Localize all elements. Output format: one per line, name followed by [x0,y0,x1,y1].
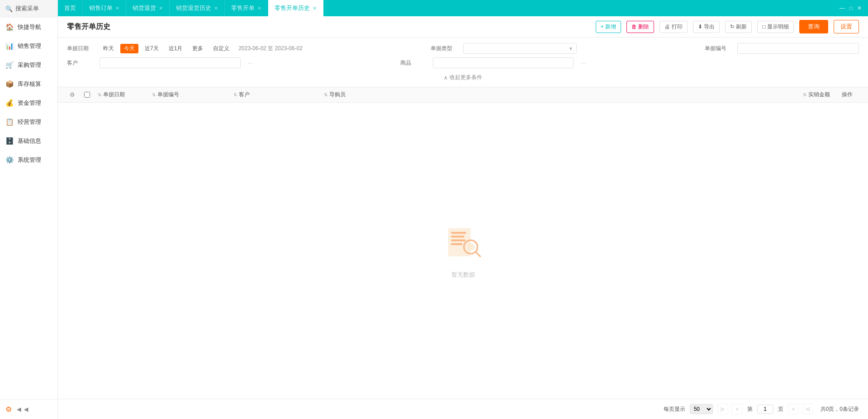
export-button[interactable]: ⬇ 导出 [693,21,720,33]
clipboard-icon: 📋 [5,118,14,126]
sort-icon-num: ⇅ [152,92,156,97]
window-controls: — □ ✕ [840,5,868,11]
customer-filter-label: 客户 [67,59,92,67]
svg-rect-3 [451,239,465,241]
close-tab-sales-return[interactable]: ✕ [159,5,163,11]
sidebar-item-label: 库存核算 [18,80,41,88]
tab-retail-open-history-label: 零售开单历史 [275,4,310,12]
tab-sales-return-history[interactable]: 销货退货历史 ✕ [170,0,225,16]
customer-input[interactable] [100,57,241,68]
restore-btn[interactable]: □ [849,5,853,11]
last-page-btn[interactable]: >| [802,404,813,414]
sidebar-item-base-info[interactable]: 🗄️ 基础信息 [0,132,57,151]
cart-icon: 🛒 [5,61,14,69]
col-customer[interactable]: ⇅ 客户 [230,91,320,99]
close-tab-retail-open[interactable]: ✕ [257,5,261,11]
empty-state: 暂无数据 [58,103,868,399]
display-detail-button[interactable]: □ 显示明细 [757,21,794,33]
collapse-more-btn[interactable]: ∧ 收起更多条件 [67,72,859,83]
sidebar-item-label: 资金管理 [18,99,41,107]
svg-line-7 [475,252,480,256]
date-opt-last7[interactable]: 近7天 [141,44,162,53]
goods-input[interactable] [433,57,574,68]
svg-rect-2 [451,235,464,237]
tab-sales-return[interactable]: 销货退货 ✕ [126,0,170,16]
date-opt-today[interactable]: 今天 [120,44,138,53]
goods-filter-label: 商品 [400,59,426,67]
sidebar-item-sales-mgmt[interactable]: 📊 销售管理 [0,37,57,56]
empty-text: 暂无数据 [451,271,475,279]
page-title: 零售开单历史 [67,22,590,32]
sort-icon-guide: ⇅ [324,92,327,97]
date-opt-last-month[interactable]: 近1月 [165,44,186,53]
bill-type-label: 单据类型 [431,45,456,52]
tab-sales-return-history-label: 销货退货历史 [176,4,211,12]
next-page-btn[interactable]: > [788,404,799,414]
page-word: 第 [747,405,753,413]
tab-home-label: 首页 [64,4,76,12]
delete-button[interactable]: 🗑 删除 [626,21,654,33]
minimize-btn[interactable]: — [840,5,845,11]
col-date-label: 单据日期 [103,91,125,99]
col-amount[interactable]: ⇅ 实销金额 [788,91,834,99]
settings-bottom-icon[interactable]: ⚙ [5,405,12,414]
col-guide[interactable]: ⇅ 导购员 [320,91,375,99]
close-btn[interactable]: ✕ [857,5,862,11]
page-label: 页 [778,405,783,413]
sidebar-item-inventory[interactable]: 📦 库存核算 [0,75,57,94]
customer-ellipsis[interactable]: ··· [248,59,253,66]
close-tab-sales-order[interactable]: ✕ [115,5,119,11]
sort-icon: ⇅ [98,92,101,97]
box-icon: 📦 [5,80,14,88]
sidebar-item-finance[interactable]: 💰 资金管理 [0,94,57,113]
sidebar-item-operations[interactable]: 📋 经营管理 [0,113,57,132]
bill-type-select-wrapper: ▼ [463,43,577,54]
tab-retail-open[interactable]: 零售开单 ✕ [225,0,268,16]
search-menu-item[interactable]: 🔍 搜索采单 [0,0,57,18]
date-opt-custom[interactable]: 自定义 [209,44,233,53]
sidebar-item-label: 采购管理 [18,61,41,69]
col-date[interactable]: ⇅ 单据日期 [94,91,148,99]
col-guide-label: 导购员 [329,91,346,99]
col-amount-label: 实销金额 [808,91,830,99]
date-opt-more[interactable]: 更多 [189,44,207,53]
svg-rect-4 [451,243,462,245]
collapse-sidebar-icon[interactable]: ◄◄ [15,405,30,414]
add-button[interactable]: + 新增 [596,21,621,33]
tab-sales-order[interactable]: 销售订单 ✕ [83,0,126,16]
tab-retail-open-history[interactable]: 零售开单历史 ✕ [268,0,323,16]
sidebar-item-label: 快捷导航 [18,23,41,31]
home-icon: 🏠 [5,23,14,31]
first-page-btn[interactable]: |< [717,404,728,414]
sidebar-item-sys-mgmt[interactable]: ⚙️ 系统管理 [0,151,57,169]
sort-icon-customer: ⇅ [233,92,237,97]
sidebar-item-purchase-mgmt[interactable]: 🛒 采购管理 [0,56,57,75]
col-action-label: 操作 [842,91,853,99]
page-number-input[interactable]: 1 [757,405,773,414]
prev-page-btn[interactable]: < [732,404,743,414]
pagination: 每页显示 50 100 200 |< < 第 1 页 > >| 共0页，0条记录 [58,399,868,419]
bill-type-select[interactable] [463,43,577,54]
query-button[interactable]: 查询 [799,20,828,33]
empty-illustration [441,223,486,264]
goods-ellipsis[interactable]: ··· [581,59,586,66]
print-button[interactable]: 🖨 打印 [659,21,687,33]
select-all-checkbox[interactable] [84,92,90,98]
bill-no-input[interactable] [737,43,859,54]
date-opt-yesterday[interactable]: 昨天 [100,44,118,53]
close-tab-retail-open-history[interactable]: ✕ [313,5,317,11]
tab-home[interactable]: 首页 [58,0,83,16]
search-menu-label: 搜索采单 [15,5,39,13]
col-number[interactable]: ⇅ 单据编号 [148,91,230,99]
per-page-select[interactable]: 50 100 200 [690,404,713,414]
col-action: 操作 [834,91,861,99]
table-header: ⚙ ⇅ 单据日期 ⇅ 单据编号 ⇅ 客户 ⇅ 导购员 ⇅ [58,87,868,103]
refresh-button[interactable]: ↻ 刷新 [725,21,752,33]
column-settings-icon[interactable]: ⚙ [65,91,80,98]
sidebar-item-label: 系统管理 [18,156,41,164]
chart-icon: 📊 [5,42,14,50]
sidebar-item-quick-nav[interactable]: 🏠 快捷导航 [0,18,57,37]
close-tab-sales-return-history[interactable]: ✕ [214,5,218,11]
settings-button[interactable]: 设置 [834,20,859,33]
per-page-label: 每页显示 [664,405,685,413]
